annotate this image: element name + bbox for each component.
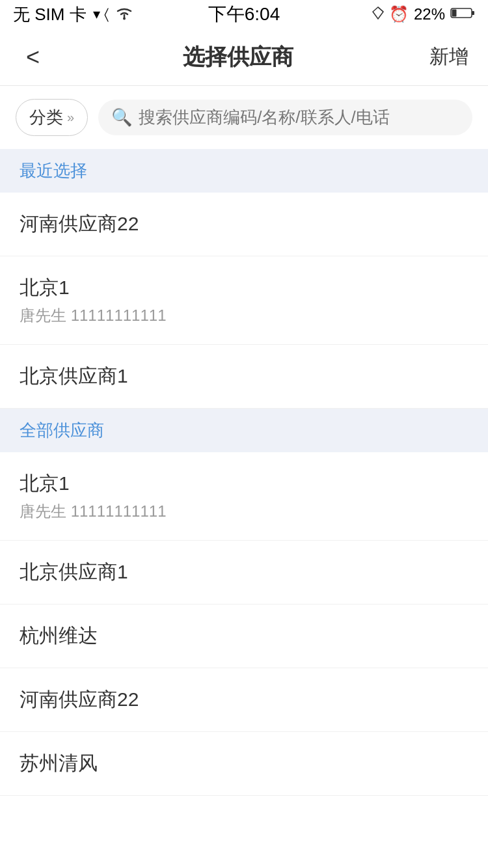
- filter-bar: 分类 » 🔍: [0, 86, 488, 149]
- location-icon: [372, 5, 384, 23]
- item-sub: 唐先生 11111111111: [20, 305, 468, 326]
- list-item[interactable]: 北京供应商1: [0, 541, 488, 604]
- battery-percent: 22%: [414, 5, 445, 23]
- item-name: 北京供应商1: [20, 559, 468, 586]
- recent-section-header: 最近选择: [0, 149, 488, 193]
- nav-bar: < 选择供应商 新增: [0, 29, 488, 86]
- list-item[interactable]: 北京1唐先生 11111111111: [0, 452, 488, 541]
- list-item[interactable]: 北京1唐先生 11111111111: [0, 256, 488, 345]
- item-name: 北京1: [20, 275, 468, 301]
- search-box[interactable]: 🔍: [98, 100, 472, 135]
- list-item[interactable]: 苏州清风: [0, 732, 488, 796]
- wifi-signal-icon: [115, 5, 133, 25]
- status-left: 无 SIM 卡 ▾ 〈: [13, 3, 133, 26]
- add-button[interactable]: 新增: [429, 44, 468, 70]
- item-name: 北京供应商1: [20, 363, 468, 390]
- item-sub: 唐先生 11111111111: [20, 501, 468, 522]
- all-list: 北京1唐先生 11111111111北京供应商1杭州维达河南供应商22苏州清风: [0, 452, 488, 796]
- list-item[interactable]: 北京供应商1: [0, 345, 488, 409]
- item-name: 河南供应商22: [20, 211, 468, 237]
- category-label: 分类: [29, 106, 63, 129]
- back-button[interactable]: <: [20, 37, 46, 77]
- wifi-icon: ▾ 〈: [93, 6, 109, 23]
- item-name: 苏州清风: [20, 750, 468, 777]
- all-section-label: 全部供应商: [20, 420, 104, 440]
- category-button[interactable]: 分类 »: [16, 99, 88, 136]
- status-bar: 无 SIM 卡 ▾ 〈 下午6:04 ⏰ 22%: [0, 0, 488, 29]
- recent-list: 河南供应商22北京1唐先生 11111111111北京供应商1: [0, 193, 488, 409]
- item-name: 河南供应商22: [20, 686, 468, 713]
- status-right: ⏰ 22%: [372, 5, 475, 23]
- item-name: 杭州维达: [20, 623, 468, 649]
- all-section-header: 全部供应商: [0, 409, 488, 452]
- list-item[interactable]: 杭州维达: [0, 604, 488, 668]
- alarm-icon: ⏰: [389, 5, 409, 23]
- battery-icon: [450, 5, 475, 23]
- carrier-label: 无 SIM 卡: [13, 3, 87, 26]
- search-input[interactable]: [139, 107, 459, 128]
- list-item[interactable]: 河南供应商22: [0, 668, 488, 732]
- page-title: 选择供应商: [183, 42, 293, 72]
- svg-rect-2: [472, 11, 474, 15]
- chevron-right-icon: »: [67, 110, 74, 125]
- recent-section-label: 最近选择: [20, 161, 87, 180]
- item-name: 北京1: [20, 470, 468, 497]
- list-item[interactable]: 河南供应商22: [0, 193, 488, 256]
- search-icon: 🔍: [111, 107, 132, 128]
- status-time: 下午6:04: [208, 2, 280, 27]
- svg-point-0: [123, 17, 126, 20]
- svg-rect-3: [452, 10, 457, 17]
